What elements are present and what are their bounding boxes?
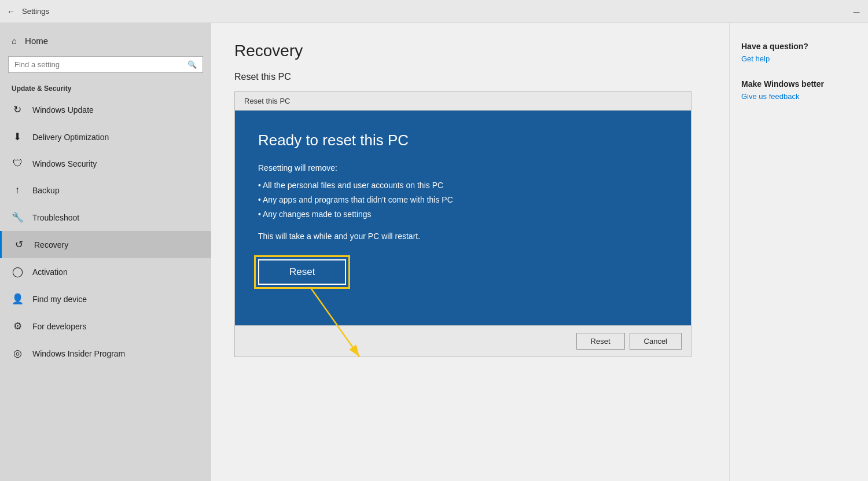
sidebar-item-delivery-optimization[interactable]: ⬇ Delivery Optimization: [0, 123, 211, 150]
have-a-question-heading: Have a question?: [741, 42, 856, 51]
bullet-1: • All the personal files and user accoun…: [258, 178, 668, 193]
home-label: Home: [25, 36, 48, 46]
reset-dialog: Reset this PC Ready to reset this PC Res…: [234, 91, 692, 357]
windows-insider-icon: ◎: [12, 347, 23, 359]
sidebar-item-label: Activation: [32, 267, 68, 277]
recovery-icon: ↺: [13, 238, 25, 251]
sidebar-item-label: Windows Update: [32, 105, 94, 115]
sidebar-item-label: Backup: [32, 186, 60, 195]
sidebar-item-label: Recovery: [34, 240, 68, 249]
page-title: Recovery: [234, 42, 706, 60]
windows-update-icon: ↻: [12, 104, 23, 116]
back-button[interactable]: ←: [7, 7, 15, 16]
section-title: Reset this PC: [234, 72, 706, 82]
sidebar-home[interactable]: ⌂ Home: [0, 28, 211, 54]
sidebar-section-title: Update & Security: [0, 80, 211, 96]
sidebar-item-windows-update[interactable]: ↻ Windows Update: [0, 96, 211, 123]
dialog-titlebar: Reset this PC: [235, 92, 691, 111]
title-bar: ← Settings —: [0, 0, 868, 23]
bullet-2: • Any apps and programs that didn't come…: [258, 193, 668, 207]
sidebar-item-for-developers[interactable]: ⚙ For developers: [0, 313, 211, 340]
dialog-bullets: • All the personal files and user accoun…: [258, 178, 668, 222]
home-icon: ⌂: [12, 36, 17, 46]
for-developers-icon: ⚙: [12, 320, 23, 332]
delivery-optimization-icon: ⬇: [12, 131, 23, 143]
sidebar-item-label: Windows Insider Program: [32, 349, 125, 358]
dialog-subtitle: Resetting will remove:: [258, 163, 668, 172]
content-area: Recovery Reset this PC Reset this PC Rea…: [211, 23, 729, 481]
make-windows-better-heading: Make Windows better: [741, 79, 856, 89]
sidebar-search-box[interactable]: 🔍: [8, 56, 203, 73]
sidebar-item-label: For developers: [32, 322, 86, 331]
sidebar-item-activation[interactable]: ◯ Activation: [0, 258, 211, 285]
search-icon: 🔍: [187, 60, 197, 69]
dialog-footer: Reset Cancel: [235, 325, 691, 357]
reset-button[interactable]: Reset: [576, 333, 625, 350]
sidebar-item-label: Windows Security: [32, 159, 97, 168]
sidebar: ⌂ Home 🔍 Update & Security ↻ Windows Upd…: [0, 23, 211, 481]
sidebar-item-troubleshoot[interactable]: 🔧 Troubleshoot: [0, 204, 211, 231]
sidebar-item-label: Find my device: [32, 295, 87, 304]
windows-security-icon: 🛡: [12, 158, 23, 170]
bullet-3: • Any changes made to settings: [258, 207, 668, 222]
sidebar-item-label: Troubleshoot: [32, 213, 79, 222]
get-help-link[interactable]: Get help: [741, 54, 856, 63]
dialog-body: Ready to reset this PC Resetting will re…: [235, 111, 691, 325]
troubleshoot-icon: 🔧: [12, 211, 23, 223]
sidebar-item-windows-security[interactable]: 🛡 Windows Security: [0, 150, 211, 177]
backup-icon: ↑: [12, 185, 23, 196]
window-controls: —: [852, 7, 861, 16]
give-feedback-link[interactable]: Give us feedback: [741, 92, 856, 101]
sidebar-item-label: Delivery Optimization: [32, 133, 109, 142]
dialog-note: This will take a while and your PC will …: [258, 232, 668, 241]
right-panel: Have a question? Get help Make Windows b…: [729, 23, 868, 481]
main-layout: ⌂ Home 🔍 Update & Security ↻ Windows Upd…: [0, 23, 868, 481]
dialog-heading: Ready to reset this PC: [258, 131, 668, 149]
window-title: Settings: [22, 7, 49, 16]
cancel-button[interactable]: Cancel: [630, 333, 682, 350]
activation-icon: ◯: [12, 266, 23, 278]
minimize-button[interactable]: —: [852, 7, 861, 16]
search-input[interactable]: [14, 60, 183, 69]
reset-big-button[interactable]: Reset: [258, 259, 346, 285]
sidebar-item-backup[interactable]: ↑ Backup: [0, 177, 211, 204]
sidebar-item-windows-insider[interactable]: ◎ Windows Insider Program: [0, 340, 211, 367]
sidebar-item-recovery[interactable]: ↺ Recovery: [0, 231, 211, 258]
sidebar-item-find-my-device[interactable]: 👤 Find my device: [0, 285, 211, 313]
find-my-device-icon: 👤: [12, 293, 23, 305]
